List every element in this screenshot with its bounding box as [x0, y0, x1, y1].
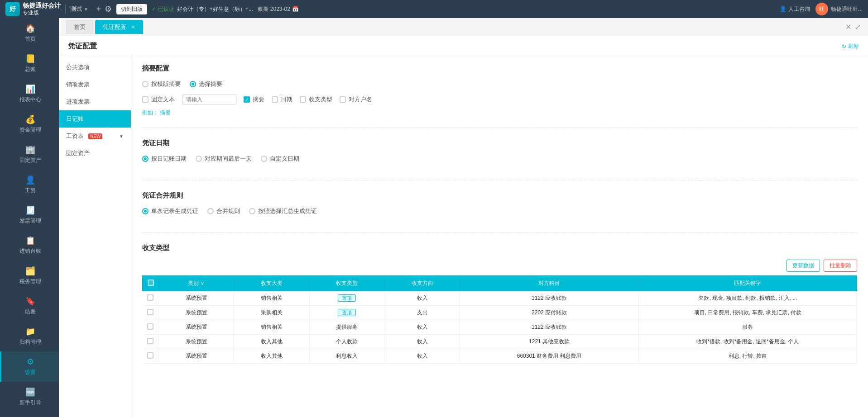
- radio-rules-circle: [207, 208, 214, 214]
- merge-radio-group: 单条记录生成凭证 合并规则 按照选择汇总生成凭证: [142, 207, 857, 215]
- ledger-icon: 📒: [25, 54, 35, 64]
- date-radio-group: 按日记账日期 对应期间最后一天 自定义日期: [142, 155, 857, 163]
- user-menu[interactable]: 旺 畅捷通旺旺...: [815, 3, 863, 15]
- date-radio-last-day[interactable]: 对应期间最后一天: [196, 155, 252, 163]
- nav-item-payroll[interactable]: 工资表 NEW ▼: [59, 128, 131, 145]
- checkbox-fixed-text[interactable]: 固定文本: [142, 95, 175, 104]
- sidebar-label-archive: 归档管理: [19, 338, 41, 346]
- merge-radio-total[interactable]: 按照选择汇总生成凭证: [249, 207, 317, 215]
- checkbox-type[interactable]: 收支类型: [300, 95, 332, 104]
- add-btn[interactable]: +: [96, 5, 101, 13]
- sidebar-label-tax: 税务管理: [19, 278, 41, 285]
- window-expand-button[interactable]: ⤢: [855, 23, 861, 31]
- select-all-checkbox[interactable]: [148, 280, 154, 286]
- row-direction-0: 收入: [384, 291, 460, 306]
- sidebar-item-salary[interactable]: 👤 工资: [0, 170, 59, 200]
- row-direction-4: 收入: [384, 349, 460, 364]
- sidebar-item-ledger[interactable]: 📒 总账: [0, 48, 59, 79]
- sidebar-item-invoice[interactable]: 🧾 发票管理: [0, 200, 59, 230]
- merge-radio-rules[interactable]: 合并规则: [207, 207, 240, 215]
- sidebar-label-assets: 固定资产: [19, 156, 41, 164]
- sidebar-item-reports[interactable]: 📊 报表中心: [0, 79, 59, 109]
- refresh-icon: ↻: [842, 43, 846, 50]
- row-checkbox-2[interactable]: [143, 320, 159, 335]
- summary-radio-select[interactable]: 选择摘要: [190, 80, 222, 88]
- merge-rules-section: 凭证合并规则 单条记录生成凭证 合并规则: [142, 191, 857, 233]
- update-data-button[interactable]: 更新数据: [786, 260, 820, 272]
- sidebar-item-finance[interactable]: 💰 资金管理: [0, 109, 59, 139]
- date-section-title: 凭证日期: [142, 139, 857, 147]
- voucher-date-section: 凭证日期 按日记账日期 对应期间最后一天: [142, 139, 857, 180]
- nav-item-purchase-invoice[interactable]: 进项发票: [59, 93, 131, 110]
- sidebar-item-assets[interactable]: 🏢 固定资产: [0, 139, 59, 170]
- checkbox-date[interactable]: 日期: [272, 95, 293, 104]
- table-row: 系统预置 采购相关 置顶 支出 2202 应付账款 项目, 日常费用, 报销款,…: [143, 306, 857, 320]
- radio-single-circle: [142, 208, 149, 214]
- row-direction-1: 支出: [384, 306, 460, 320]
- merge-section-title: 凭证合并规则: [142, 191, 857, 200]
- window-close-button[interactable]: ✕: [845, 23, 851, 31]
- date-radio-custom[interactable]: 自定义日期: [261, 155, 299, 163]
- row-major-1: 采购相关: [234, 306, 309, 320]
- tab-home[interactable]: 首页: [66, 20, 93, 34]
- product-tag: 好会计（专）+好生意（标）+...: [177, 5, 253, 13]
- merge-radio-single[interactable]: 单条记录生成凭证: [142, 207, 198, 215]
- payroll-expand-icon: ▼: [119, 134, 124, 139]
- nav-item-sales-invoice[interactable]: 销项发票: [59, 76, 131, 93]
- income-expense-section: 收支类型 更新数据 批量删除 类别 ∨: [142, 244, 857, 364]
- date-radio-diary[interactable]: 按日记账日期: [142, 155, 187, 163]
- row-checkbox-1[interactable]: [143, 306, 159, 320]
- table-row: 系统预置 销售相关 提供服务 收入 1122 应收账款 服务: [143, 320, 857, 335]
- row-select-box[interactable]: [147, 323, 153, 330]
- settings-icon[interactable]: ⚙: [105, 5, 112, 13]
- sidebar-item-tracking[interactable]: 📋 进销台账: [0, 230, 59, 261]
- sidebar-item-home[interactable]: 🏠 首页: [0, 18, 59, 48]
- row-checkbox-0[interactable]: [143, 291, 159, 306]
- topbar-right: 👤 人工咨询 旺 畅捷通旺旺...: [780, 3, 863, 15]
- period-selector[interactable]: 账期 2023-02 📅: [258, 5, 299, 13]
- sidebar-item-tax[interactable]: 🗂️ 税务管理: [0, 261, 59, 291]
- summary-radio-template[interactable]: 按模版摘要: [142, 80, 181, 88]
- refresh-button[interactable]: ↻ 刷新: [842, 43, 859, 50]
- service-icon: 👤: [780, 6, 786, 12]
- sidebar-item-close[interactable]: 🔖 结账: [0, 291, 59, 321]
- sidebar-item-settings[interactable]: ⚙ 设置: [0, 351, 59, 382]
- company-selector[interactable]: 测试 ▼: [70, 5, 88, 13]
- nav-item-public[interactable]: 公共选项: [59, 59, 131, 76]
- tab-voucher-config[interactable]: 凭证配置 ✕: [95, 20, 143, 34]
- summary-checkbox-group: 固定文本 ✓ 摘要 日期: [142, 95, 857, 104]
- checkbox-summary-box: ✓: [244, 96, 250, 103]
- main-layout: 🏠 首页 📒 总账 📊 报表中心 💰 资金管理 🏢 固定资产 👤 工资 🧾 发票…: [0, 18, 868, 417]
- row-select-box[interactable]: [147, 352, 153, 359]
- reports-icon: 📊: [25, 84, 35, 94]
- service-btn[interactable]: 👤 人工咨询: [780, 5, 810, 13]
- row-major-4: 收入其他: [234, 349, 309, 364]
- example-text: 例如： 摘要: [142, 109, 857, 117]
- home-icon: 🏠: [25, 24, 35, 33]
- checkbox-counterparty[interactable]: 对方户名: [340, 95, 372, 104]
- fixed-text-input[interactable]: [182, 95, 236, 104]
- table-row: 系统预置 收入其他 利息收入 收入 660301 财务费用 利息费用 利息, 行…: [143, 349, 857, 364]
- switch-version-button[interactable]: 切到旧版: [116, 4, 147, 14]
- row-select-box[interactable]: [147, 338, 153, 344]
- tab-close-icon[interactable]: ✕: [131, 24, 135, 30]
- row-select-box[interactable]: [147, 309, 153, 315]
- row-category-4: 系统预置: [159, 349, 234, 364]
- sidebar-item-archive[interactable]: 📁 归档管理: [0, 321, 59, 351]
- row-direction-3: 收入: [384, 335, 460, 349]
- checkbox-summary[interactable]: ✓ 摘要: [244, 95, 264, 104]
- sidebar-item-guide[interactable]: 🆕 新手引导: [0, 382, 59, 412]
- sidebar-item-member[interactable]: 👑 畅会员: [0, 412, 59, 417]
- sidebar-label-settings: 设置: [25, 369, 36, 376]
- batch-delete-button[interactable]: 批量删除: [824, 260, 857, 272]
- certified-tag: ✓ 已认证: [152, 5, 174, 13]
- row-category-3: 系统预置: [159, 335, 234, 349]
- nav-item-diary[interactable]: 日记账: [59, 110, 131, 128]
- row-checkbox-3[interactable]: [143, 335, 159, 349]
- page-content: 凭证配置 ↻ 刷新 公共选项 销项发票 进项发票: [59, 36, 868, 417]
- content-area: 首页 凭证配置 ✕ ✕ ⤢ 凭证配置 ↻ 刷新: [59, 18, 868, 417]
- th-major: 收支大类: [234, 276, 309, 291]
- nav-item-fixed-assets[interactable]: 固定资产: [59, 145, 131, 162]
- row-checkbox-4[interactable]: [143, 349, 159, 364]
- row-select-box[interactable]: [147, 294, 153, 301]
